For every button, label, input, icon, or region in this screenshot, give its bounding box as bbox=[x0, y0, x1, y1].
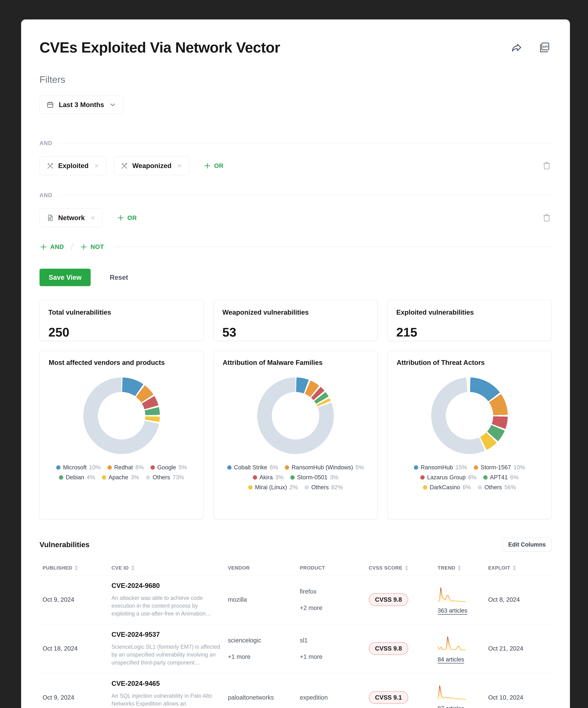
trash-icon[interactable] bbox=[542, 213, 552, 223]
vendor-cell: mozilla bbox=[225, 596, 297, 603]
cvss-badge: CVSS 9.1 bbox=[369, 691, 408, 704]
legend-item: DarkCasino 6% bbox=[423, 484, 471, 491]
trend-sparkline bbox=[438, 683, 466, 701]
column-header[interactable]: CVSS SCORE bbox=[366, 565, 435, 571]
legend-item: Cobalt Strike 6% bbox=[227, 464, 278, 471]
legend-item: APT41 6% bbox=[483, 474, 519, 481]
filters-heading: Filters bbox=[39, 74, 552, 85]
document-icon bbox=[46, 214, 54, 222]
chart-legend: Microsoft 10% Redhat 6% Google 5% Debian… bbox=[53, 464, 190, 481]
legend-dot bbox=[253, 475, 257, 480]
share-icon[interactable] bbox=[511, 42, 523, 53]
add-or-button[interactable]: OR bbox=[117, 214, 137, 222]
filter-chip-label: Exploited bbox=[58, 162, 89, 170]
chips: Exploited Weaponized bbox=[39, 156, 196, 175]
table-column-headers: PUBLISHED CVE ID VENDOR PRODUCT CVSS SCO… bbox=[39, 561, 552, 575]
legend-item: Microsoft 10% bbox=[56, 464, 101, 471]
trend-cell: 84 articles bbox=[435, 634, 485, 663]
sort-icon[interactable] bbox=[513, 565, 516, 570]
trash-icon[interactable] bbox=[542, 161, 552, 171]
sort-icon[interactable] bbox=[457, 565, 461, 570]
filter-chips-row: Network OR bbox=[39, 208, 552, 227]
save-view-button[interactable]: Save View bbox=[39, 269, 91, 286]
api-icon[interactable]: API bbox=[538, 42, 550, 53]
product-cell: firefox+2 more bbox=[297, 588, 366, 611]
cve-id-link[interactable]: CVE-2024-9680 bbox=[112, 582, 225, 589]
legend-item: Redhat 6% bbox=[107, 464, 144, 471]
filter-chip[interactable]: Network bbox=[39, 208, 102, 227]
remove-chip-icon[interactable] bbox=[177, 163, 183, 169]
stat-value: 250 bbox=[49, 325, 195, 340]
legend-dot bbox=[290, 475, 295, 480]
chevron-down-icon bbox=[109, 101, 117, 109]
legend-dot bbox=[59, 475, 63, 480]
add-not-button[interactable]: NOT bbox=[80, 243, 104, 251]
table-row[interactable]: Oct 9, 2024 CVE-2024-9680 An attacker wa… bbox=[39, 575, 552, 624]
column-header[interactable]: PUBLISHED bbox=[39, 565, 109, 571]
operator-row: AND bbox=[39, 140, 552, 146]
chart-cards: Most affected vendors and products Micro… bbox=[39, 351, 552, 519]
reset-button[interactable]: Reset bbox=[110, 273, 128, 281]
table-body: Oct 9, 2024 CVE-2024-9680 An attacker wa… bbox=[39, 575, 552, 708]
column-header[interactable]: CVE ID bbox=[109, 565, 225, 571]
trend-sparkline bbox=[438, 634, 466, 652]
remove-chip-icon[interactable] bbox=[90, 215, 96, 221]
legend-dot bbox=[102, 475, 106, 480]
product-cell: sl1+1 more bbox=[297, 637, 366, 660]
legend-item: Akira 3% bbox=[253, 474, 284, 481]
cve-description: An SQL injection vulnerability in Palo A… bbox=[112, 692, 222, 708]
legend-item: Lazarus Group 6% bbox=[420, 474, 476, 481]
published-cell: Oct 9, 2024 bbox=[39, 596, 109, 603]
stat-label: Weaponized vulnerabilities bbox=[222, 308, 369, 316]
date-range-filter[interactable]: Last 3 Months bbox=[39, 96, 123, 114]
filter-actions: Save View Reset bbox=[39, 269, 552, 286]
legend-item: Google 5% bbox=[151, 464, 187, 471]
articles-link[interactable]: 87 articles bbox=[438, 705, 464, 708]
legend-dot bbox=[248, 485, 252, 490]
operator-label: AND bbox=[39, 140, 52, 146]
chart-legend: Cobalt Strike 6% RansomHub (Windows) 5% … bbox=[227, 464, 365, 491]
legend-item: RansomHub (Windows) 5% bbox=[285, 464, 364, 471]
cve-id-link[interactable]: CVE-2024-9537 bbox=[112, 631, 225, 638]
filter-group: AND Exploited Weaponized OR bbox=[39, 140, 552, 175]
column-header[interactable]: PRODUCT bbox=[297, 565, 366, 571]
articles-link[interactable]: 363 articles bbox=[438, 607, 467, 614]
remove-chip-icon[interactable] bbox=[93, 163, 99, 169]
chart-card: Most affected vendors and products Micro… bbox=[39, 351, 204, 519]
edit-columns-button[interactable]: Edit Columns bbox=[502, 538, 552, 552]
legend-dot bbox=[146, 475, 150, 480]
cve-id-link[interactable]: CVE-2024-9465 bbox=[112, 680, 225, 687]
sort-icon[interactable] bbox=[74, 565, 79, 570]
stat-value: 53 bbox=[222, 325, 369, 340]
table-row[interactable]: Oct 18, 2024 CVE-2024-9537 ScienceLogic … bbox=[39, 624, 552, 673]
filter-chip[interactable]: Weaponized bbox=[114, 156, 189, 175]
vendor-cell: sciencelogic+1 more bbox=[225, 637, 297, 660]
vendor-cell: paloaltonetworks bbox=[225, 694, 297, 701]
filter-chip-label: Weaponized bbox=[132, 162, 172, 170]
column-header[interactable]: EXPLOIT bbox=[485, 565, 552, 571]
column-header[interactable]: VENDOR bbox=[225, 565, 297, 571]
table-row[interactable]: Oct 9, 2024 CVE-2024-9465 An SQL injecti… bbox=[39, 673, 552, 708]
donut-chart bbox=[431, 378, 508, 454]
chart-card: Attribution of Malware Families Cobalt S… bbox=[213, 351, 378, 519]
articles-link[interactable]: 84 articles bbox=[438, 656, 464, 663]
product-cell: expedition bbox=[297, 694, 366, 701]
legend-dot bbox=[478, 485, 482, 490]
cvss-cell: CVSS 9.8 bbox=[366, 642, 435, 655]
filter-chip[interactable]: Exploited bbox=[39, 156, 106, 175]
column-header[interactable]: TREND bbox=[435, 565, 485, 571]
operator-row: AND bbox=[39, 192, 552, 199]
cvss-badge: CVSS 9.8 bbox=[369, 593, 408, 606]
legend-dot bbox=[305, 485, 309, 490]
legend-item: Others 82% bbox=[305, 484, 343, 491]
sort-icon[interactable] bbox=[405, 565, 408, 570]
legend-dot bbox=[151, 465, 155, 470]
exploit-cell: Oct 8, 2024 bbox=[485, 596, 552, 603]
sort-icon[interactable] bbox=[131, 565, 135, 570]
legend-item: Debian 4% bbox=[59, 474, 95, 481]
operator-label: AND bbox=[39, 192, 52, 199]
add-or-button[interactable]: OR bbox=[203, 162, 223, 170]
add-condition-row: AND / NOT bbox=[39, 242, 552, 252]
published-cell: Oct 18, 2024 bbox=[39, 645, 109, 652]
add-and-button[interactable]: AND bbox=[39, 243, 64, 251]
